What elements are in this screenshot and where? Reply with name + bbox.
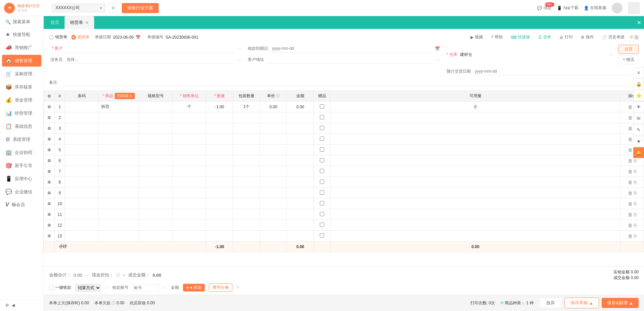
sidebar-item-operation[interactable]: 📊 经营管理 [0, 107, 43, 120]
gift-checkbox-5[interactable] [320, 147, 324, 152]
tabs-close-all[interactable]: ✕ [637, 20, 641, 26]
gift-checkbox-3[interactable] [320, 126, 324, 130]
fee-help-icon[interactable]: ? [236, 286, 238, 290]
scan-btn[interactable]: 扫码录入 [115, 93, 135, 99]
product-type-refresh[interactable]: ⟳ [500, 301, 504, 305]
toolbar-print[interactable]: 🖨 打印 [557, 33, 575, 41]
due-date-input[interactable] [271, 45, 432, 52]
online-service-button[interactable]: 👤 在线客服 [584, 5, 606, 11]
bottom-collapse-icon[interactable]: ◀ [12, 303, 15, 308]
delete-icon-6[interactable]: 🗑 [628, 158, 633, 163]
sidebar-item-sales[interactable]: 🏠 销售管理 [2, 55, 41, 67]
copy-icon-11[interactable]: ⎘ [634, 212, 637, 217]
delete-icon-4[interactable]: 🗑 [628, 137, 633, 142]
settlement-dots[interactable]: ··· [105, 285, 108, 290]
tab-sales-order[interactable]: 销货单 ✕ [65, 16, 94, 29]
settings-form-btn[interactable]: 设置 [618, 45, 639, 54]
delete-icon-3[interactable]: 🗑 [628, 126, 633, 131]
gift-checkbox-6[interactable] [320, 158, 324, 162]
float-btn-7[interactable]: ★ [633, 136, 644, 147]
gift-checkbox-4[interactable] [320, 137, 324, 141]
settlement-method-select[interactable]: 结算方式 [75, 284, 101, 292]
gift-checkbox-12[interactable] [320, 223, 324, 227]
sidebar-item-app-center[interactable]: 📱 应用中心 [0, 172, 43, 185]
toolbar-history[interactable]: 📄 历史单据 [599, 33, 627, 41]
user-avatar[interactable] [612, 3, 622, 13]
warehouse-dots[interactable]: ··· [610, 52, 613, 57]
delete-icon-12[interactable]: 🗑 [628, 223, 633, 228]
float-btn-6[interactable]: ✎ [633, 124, 644, 135]
float-btn-8[interactable]: 🔔 [633, 147, 644, 158]
toolbar-choose[interactable]: ☰ 选单 [535, 33, 554, 41]
tab-home[interactable]: 首页 [45, 16, 65, 29]
list-view-btn[interactable]: ≡ [630, 34, 633, 40]
trial-button[interactable]: 体验行业方案 [122, 3, 159, 13]
discard-button[interactable]: 放弃 [539, 298, 562, 308]
delete-icon-7[interactable]: 🗑 [628, 169, 633, 174]
sidebar-item-guide[interactable]: 🎯 新手引导 [0, 159, 43, 172]
company-selector[interactable]: XXXXXX公司 ▾ [52, 3, 106, 12]
copy-icon-8[interactable]: ⎘ [634, 180, 637, 185]
delete-icon-2[interactable]: 🗑 [628, 115, 633, 120]
sidebar-item-finance[interactable]: 💰 资金管理 [0, 93, 43, 107]
copy-icon-12[interactable]: ⎘ [634, 223, 637, 228]
grid-view-btn[interactable]: ⊞ [634, 34, 639, 40]
salesperson-dots[interactable]: ··· [238, 57, 241, 62]
sidebar-item-purchase[interactable]: 🛒 采购管理 [0, 67, 43, 80]
save-draft-button[interactable]: 保存草稿 ▲ [565, 298, 599, 308]
account-input[interactable] [132, 284, 159, 291]
float-btn-5[interactable]: ✉ [633, 113, 644, 124]
sidebar-item-marketing[interactable]: 📣 营销推广 [0, 41, 43, 54]
delete-icon-8[interactable]: 🗑 [628, 180, 633, 185]
gift-checkbox-2[interactable] [320, 115, 324, 119]
app-download-button[interactable]: 📱 App下载 [557, 5, 578, 11]
delete-icon-5[interactable]: 🗑 [628, 147, 633, 153]
toolbar-operation[interactable]: ⚙ 操作 [578, 33, 597, 41]
customer-dots[interactable]: ··· [238, 46, 241, 51]
toolbar-help[interactable]: ? 帮助 [488, 33, 505, 41]
float-btn-1[interactable]: ≡ [633, 67, 644, 78]
delete-icon-10[interactable]: 🗑 [628, 201, 633, 206]
gift-checkbox-13[interactable] [320, 233, 324, 238]
user-extra[interactable] [628, 2, 640, 14]
float-btn-2[interactable]: 🔒 [633, 79, 644, 89]
message-button[interactable]: 💬 消息 99+ [537, 5, 552, 11]
sidebar-item-member[interactable]: V 畅会员 [0, 198, 43, 211]
sidebar-item-basic-info[interactable]: 📋 基础信息 [0, 120, 43, 133]
copy-icon-9[interactable]: ⎘ [634, 190, 637, 196]
delete-icon-9[interactable]: 🗑 [628, 190, 633, 196]
copy-icon-10[interactable]: ⎘ [634, 201, 637, 206]
gift-checkbox-10[interactable] [320, 201, 324, 205]
save-new-button[interactable]: 保存&新增 ▲ [602, 298, 639, 308]
customer-input[interactable] [65, 45, 235, 52]
copy-icon-7[interactable]: ⎘ [634, 169, 637, 174]
sidebar-item-enterprise[interactable]: 🏢 企业协同 [0, 146, 43, 159]
toolbar-shortcut[interactable]: ⌨ 快捷键 [508, 33, 533, 41]
date-calendar-icon[interactable]: 📅 [136, 35, 141, 40]
copy-icon-6[interactable]: ⎘ [634, 158, 637, 163]
delete-icon-13[interactable]: 🗑 [628, 233, 633, 239]
tab-close-icon[interactable]: ✕ [85, 20, 89, 25]
float-btn-3[interactable]: ⭐ [633, 90, 644, 101]
delivery-input[interactable] [473, 68, 631, 75]
settings-button[interactable]: ⚙ [108, 3, 118, 13]
bottom-settings-icon[interactable]: ⚙ [5, 303, 9, 308]
sidebar-item-quick-nav[interactable]: ★ 快捷导航 [0, 28, 43, 41]
radio-sale[interactable]: 销货单 [49, 34, 67, 40]
gift-checkbox-7[interactable] [320, 169, 324, 173]
salesperson-input[interactable] [65, 56, 235, 64]
delete-icon-1[interactable]: 🗑 [628, 104, 633, 110]
add-fee-btn[interactable]: ● ● 添加 [183, 284, 205, 291]
customer-address-input[interactable] [267, 56, 434, 64]
search-menu[interactable]: 🔍 搜索菜单 [0, 16, 43, 28]
account-dots[interactable]: ··· [163, 285, 167, 290]
fee-split-btn[interactable]: 费用分摊 [209, 283, 232, 292]
toolbar-video[interactable]: ▶ 视频 [468, 33, 486, 41]
gift-checkbox-11[interactable] [320, 212, 324, 216]
float-btn-4[interactable]: 👁 [633, 102, 644, 112]
gift-checkbox-1[interactable] [320, 104, 324, 109]
sidebar-item-inventory[interactable]: 📦 库存核算 [0, 80, 43, 93]
gift-checkbox-9[interactable] [320, 190, 324, 195]
gift-checkbox-8[interactable] [320, 180, 324, 184]
radio-return[interactable]: 退货单 [71, 34, 89, 40]
